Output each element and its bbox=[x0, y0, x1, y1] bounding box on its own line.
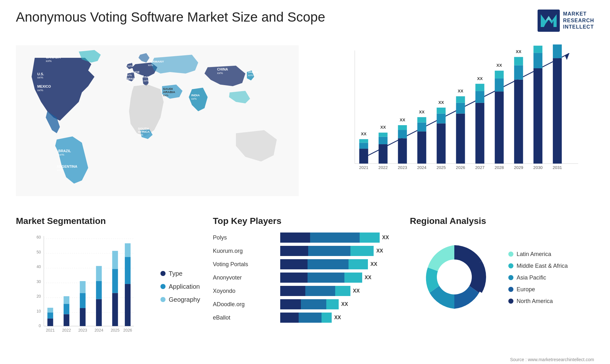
source-text: Source : www.marketresearchintellect.com bbox=[510, 357, 594, 362]
svg-rect-74 bbox=[495, 91, 504, 164]
player-row-adoodle: ADoodle.org XX bbox=[213, 299, 397, 309]
player-bar-wrap-kuorum: XX bbox=[280, 246, 397, 256]
svg-rect-39 bbox=[359, 149, 368, 164]
svg-text:xx%: xx% bbox=[163, 94, 168, 97]
dot-asia-pacific bbox=[508, 275, 513, 280]
svg-rect-111 bbox=[64, 314, 69, 326]
svg-text:xx%: xx% bbox=[191, 97, 197, 100]
svg-rect-121 bbox=[112, 269, 118, 293]
player-bar-wrap-eballot: XX bbox=[280, 313, 397, 323]
players-list: Polys XX Kuorum.org bbox=[213, 233, 397, 323]
page-title: Anonymous Voting Software Market Size an… bbox=[16, 10, 325, 25]
svg-text:2021: 2021 bbox=[46, 328, 55, 333]
svg-text:JAPAN: JAPAN bbox=[248, 70, 258, 74]
svg-text:60: 60 bbox=[37, 235, 41, 239]
svg-text:XX: XX bbox=[497, 63, 502, 68]
svg-rect-84 bbox=[534, 68, 543, 164]
svg-text:20: 20 bbox=[37, 294, 41, 299]
svg-rect-117 bbox=[96, 299, 102, 326]
svg-text:xx%: xx% bbox=[57, 168, 63, 172]
svg-text:xx%: xx% bbox=[126, 81, 132, 84]
segmentation-title: Market Segmentation bbox=[16, 216, 200, 226]
player-xx-anonyvoter: XX bbox=[365, 275, 371, 280]
svg-rect-60 bbox=[437, 114, 446, 124]
pie-chart bbox=[410, 233, 499, 323]
segmentation-chart: 0 10 20 30 40 50 60 bbox=[16, 233, 151, 340]
bar-chart-svg: XX 2021 XX 2022 XX 2023 XX 2024 bbox=[330, 44, 588, 187]
legend-label-application: Application bbox=[169, 283, 200, 290]
player-row-voting-portals: Voting Portals XX bbox=[213, 259, 397, 269]
svg-text:2025: 2025 bbox=[437, 165, 446, 170]
svg-rect-61 bbox=[437, 108, 446, 114]
regional-legend-north-america: North America bbox=[508, 298, 568, 305]
player-xx-xoyondo: XX bbox=[353, 288, 360, 294]
players-panel: Top Key Players Polys XX Kuorum. bbox=[213, 216, 397, 356]
svg-rect-44 bbox=[379, 144, 388, 164]
player-name-adoodle: ADoodle.org bbox=[213, 301, 276, 308]
player-xx-polys: XX bbox=[382, 235, 389, 240]
player-name-voting-portals: Voting Portals bbox=[213, 261, 276, 268]
svg-text:2022: 2022 bbox=[379, 165, 388, 170]
player-row-eballot: eBallot XX bbox=[213, 313, 397, 323]
svg-rect-76 bbox=[495, 71, 504, 78]
bar-chart-container: XX 2021 XX 2022 XX 2023 XX 2024 bbox=[311, 38, 594, 203]
map-label-canada: CANADA bbox=[46, 55, 61, 59]
svg-text:xx%: xx% bbox=[46, 59, 52, 63]
svg-rect-110 bbox=[47, 308, 53, 313]
svg-rect-123 bbox=[125, 284, 131, 326]
dot-europe bbox=[508, 287, 513, 292]
svg-rect-45 bbox=[379, 137, 388, 144]
svg-rect-49 bbox=[398, 138, 407, 164]
svg-rect-51 bbox=[398, 125, 407, 130]
svg-text:2029: 2029 bbox=[514, 165, 523, 170]
svg-rect-55 bbox=[417, 123, 426, 131]
svg-rect-70 bbox=[476, 91, 485, 103]
header: Anonymous Voting Software Market Size an… bbox=[16, 10, 594, 32]
player-bar-wrap-xoyondo: XX bbox=[280, 286, 397, 296]
segmentation-legend: Type Application Geography bbox=[160, 233, 200, 340]
svg-text:2024: 2024 bbox=[417, 165, 426, 170]
svg-rect-89 bbox=[553, 58, 562, 164]
dot-middle-east bbox=[508, 263, 513, 268]
player-bar-wrap-adoodle: XX bbox=[280, 299, 397, 309]
svg-rect-118 bbox=[96, 281, 102, 299]
legend-label-geography: Geography bbox=[169, 296, 200, 303]
regional-content: Latin America Middle East & Africa Asia … bbox=[410, 233, 594, 323]
svg-text:FRANCE: FRANCE bbox=[126, 70, 140, 74]
svg-text:xx%: xx% bbox=[37, 76, 43, 79]
legend-dot-geography bbox=[160, 297, 166, 302]
regional-title: Regional Analysis bbox=[410, 216, 594, 226]
svg-text:XX: XX bbox=[419, 110, 425, 114]
player-row-xoyondo: Xoyondo XX bbox=[213, 286, 397, 296]
svg-text:XX: XX bbox=[361, 131, 367, 136]
svg-text:50: 50 bbox=[37, 250, 41, 254]
svg-text:2023: 2023 bbox=[398, 165, 407, 170]
label-middle-east: Middle East & Africa bbox=[517, 263, 568, 269]
svg-rect-125 bbox=[125, 243, 131, 257]
label-asia-pacific: Asia Pacific bbox=[517, 274, 546, 281]
segmentation-panel: Market Segmentation 0 10 20 30 40 50 bbox=[16, 216, 200, 356]
player-row-polys: Polys XX bbox=[213, 233, 397, 243]
svg-text:CHINA: CHINA bbox=[217, 67, 228, 71]
svg-rect-41 bbox=[359, 139, 368, 143]
regional-legend-middle-east: Middle East & Africa bbox=[508, 263, 568, 269]
player-name-kuorum: Kuorum.org bbox=[213, 248, 276, 254]
svg-text:2026: 2026 bbox=[456, 165, 465, 170]
player-name-xoyondo: Xoyondo bbox=[213, 288, 276, 294]
regional-legend-latin-america: Latin America bbox=[508, 251, 568, 258]
svg-text:INDIA: INDIA bbox=[191, 93, 200, 97]
svg-rect-124 bbox=[125, 257, 131, 284]
svg-text:xx%: xx% bbox=[144, 79, 149, 82]
svg-text:30: 30 bbox=[37, 280, 41, 284]
bottom-section: Market Segmentation 0 10 20 30 40 50 bbox=[16, 216, 594, 356]
svg-text:2022: 2022 bbox=[62, 328, 71, 333]
svg-text:xx%: xx% bbox=[217, 71, 223, 75]
label-latin-america: Latin America bbox=[517, 251, 551, 258]
svg-rect-119 bbox=[96, 266, 102, 281]
svg-text:2026: 2026 bbox=[123, 328, 132, 333]
svg-rect-122 bbox=[112, 251, 118, 269]
player-xx-eballot: XX bbox=[334, 315, 341, 320]
svg-rect-59 bbox=[437, 123, 446, 164]
legend-geography: Geography bbox=[160, 296, 200, 303]
logo-icon bbox=[538, 10, 560, 32]
